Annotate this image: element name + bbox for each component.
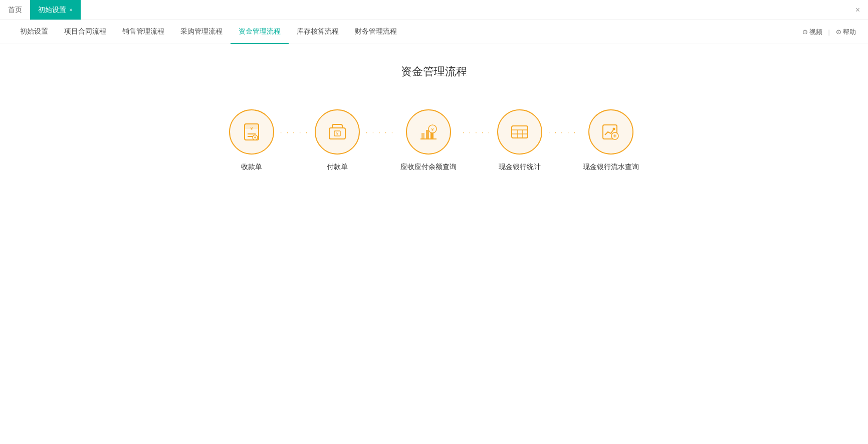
svg-rect-11 bbox=[421, 133, 424, 139]
svg-text:¥: ¥ bbox=[336, 131, 339, 136]
help-circle-icon: ⊙ bbox=[836, 28, 841, 36]
nav-item-initial-setup[interactable]: 初始设置 bbox=[12, 21, 56, 44]
nav-item-finance[interactable]: 资金管理流程 bbox=[231, 21, 289, 44]
nav-item-label: 采购管理流程 bbox=[180, 27, 223, 36]
flow-connector-4: · · · · · bbox=[542, 129, 583, 136]
play-circle-icon: ⊙ bbox=[802, 28, 808, 36]
nav-item-label: 库存核算流程 bbox=[297, 27, 339, 36]
nav-bar: 初始设置 项目合同流程 销售管理流程 采购管理流程 资金管理流程 库存核算流程 … bbox=[0, 20, 868, 44]
flow-item-payment[interactable]: ¥ 付款单 bbox=[315, 109, 360, 172]
nav-item-inventory[interactable]: 库存核算流程 bbox=[289, 21, 347, 44]
nav-item-purchase[interactable]: 采购管理流程 bbox=[172, 21, 231, 44]
help-link[interactable]: ⊙ 帮助 bbox=[836, 28, 856, 37]
nav-item-label: 销售管理流程 bbox=[122, 27, 164, 36]
main-content: 资金管理流程 ¥ 收款单 · · · · · bbox=[0, 44, 868, 192]
active-tab[interactable]: 初始设置 × bbox=[30, 0, 81, 20]
home-label: 首页 bbox=[8, 6, 22, 15]
nav-item-project-contract[interactable]: 项目合同流程 bbox=[56, 21, 114, 44]
top-bar: 首页 初始设置 × × bbox=[0, 0, 868, 20]
flow-item-balance-query[interactable]: ¥ 应收应付余额查询 bbox=[400, 109, 457, 172]
svg-text:¥: ¥ bbox=[250, 126, 253, 131]
svg-point-23 bbox=[613, 128, 615, 130]
nav-item-label: 初始设置 bbox=[20, 27, 48, 36]
home-tab[interactable]: 首页 bbox=[0, 0, 30, 20]
nav-item-sales[interactable]: 销售管理流程 bbox=[114, 21, 172, 44]
nav-item-label: 财务管理流程 bbox=[355, 27, 397, 36]
tab-close-icon[interactable]: × bbox=[69, 7, 73, 14]
nav-item-accounting[interactable]: 财务管理流程 bbox=[347, 21, 405, 44]
flow-circle-receipt: ¥ bbox=[229, 109, 274, 155]
flow-item-receipt[interactable]: ¥ 收款单 bbox=[229, 109, 274, 172]
flow-circle-bank-stats bbox=[497, 109, 542, 155]
flow-label-receipt: 收款单 bbox=[241, 163, 262, 172]
flow-label-balance-query: 应收应付余额查询 bbox=[400, 163, 457, 172]
nav-right-actions: ⊙ 视频 | ⊙ 帮助 bbox=[802, 28, 856, 37]
window-close-icon: × bbox=[855, 6, 860, 14]
svg-rect-12 bbox=[426, 130, 429, 139]
flow-connector-2: · · · · · bbox=[360, 129, 400, 136]
flow-label-bank-stats: 现金银行统计 bbox=[499, 163, 541, 172]
flow-connector-1: · · · · · bbox=[274, 129, 315, 136]
bank-stats-icon bbox=[508, 120, 532, 144]
flow-item-bank-stats[interactable]: 现金银行统计 bbox=[497, 109, 542, 172]
payment-yen-icon: ¥ bbox=[325, 120, 349, 144]
flow-connector-3: · · · · · bbox=[457, 129, 497, 136]
flow-circle-balance-query: ¥ bbox=[406, 109, 451, 155]
bank-flow-icon bbox=[599, 120, 623, 144]
help-label: 帮助 bbox=[843, 28, 856, 37]
tab-label: 初始设置 bbox=[38, 6, 66, 15]
flow-row: ¥ 收款单 · · · · · ¥ bbox=[229, 109, 639, 172]
nav-item-label: 资金管理流程 bbox=[239, 27, 281, 36]
video-label: 视频 bbox=[809, 28, 822, 37]
video-link[interactable]: ⊙ 视频 bbox=[802, 28, 822, 37]
window-close-button[interactable]: × bbox=[847, 6, 868, 15]
svg-text:¥: ¥ bbox=[430, 127, 434, 132]
nav-divider: | bbox=[828, 28, 830, 36]
flow-item-bank-flow[interactable]: 现金银行流水查询 bbox=[583, 109, 639, 172]
nav-item-label: 项目合同流程 bbox=[64, 27, 106, 36]
svg-rect-17 bbox=[512, 126, 528, 138]
page-title: 资金管理流程 bbox=[401, 64, 467, 79]
receipt-yen-icon: ¥ bbox=[240, 120, 264, 144]
balance-query-icon: ¥ bbox=[416, 120, 441, 144]
flow-label-bank-flow: 现金银行流水查询 bbox=[583, 163, 639, 172]
flow-circle-payment: ¥ bbox=[315, 109, 360, 155]
flow-circle-bank-flow bbox=[588, 109, 633, 155]
flow-label-payment: 付款单 bbox=[327, 163, 348, 172]
